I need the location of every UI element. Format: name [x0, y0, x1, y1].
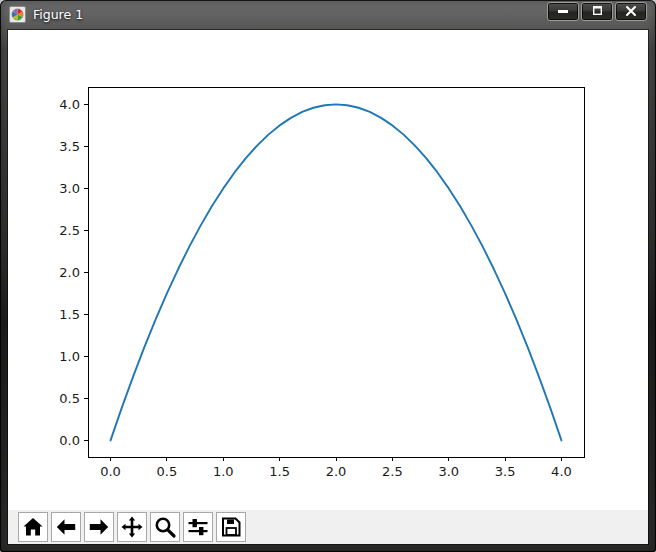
- x-tick-label: 0.5: [157, 464, 178, 479]
- client-area: 0.00.51.01.52.02.53.03.54.00.00.51.01.52…: [8, 30, 648, 544]
- save-icon: [219, 515, 243, 539]
- axes-frame: [88, 88, 584, 458]
- x-tick-label: 4.0: [551, 464, 572, 479]
- subplots-icon: [186, 515, 210, 539]
- navigation-toolbar: [8, 510, 648, 544]
- toolbar-home-button[interactable]: [18, 512, 48, 542]
- toolbar-forward-button[interactable]: [84, 512, 114, 542]
- toolbar-back-button[interactable]: [51, 512, 81, 542]
- y-tick-label: 0.5: [59, 391, 80, 406]
- pan-icon: [120, 515, 144, 539]
- y-tick-label: 3.0: [59, 181, 80, 196]
- x-tick-label: 2.5: [382, 464, 403, 479]
- toolbar-save-button[interactable]: [216, 512, 246, 542]
- maximize-button[interactable]: [581, 2, 613, 21]
- matplotlib-logo-icon: [9, 6, 26, 23]
- y-tick-label: 4.0: [59, 97, 80, 112]
- x-tick-label: 3.5: [495, 464, 516, 479]
- title-bar[interactable]: Figure 1: [0, 0, 656, 30]
- y-tick-label: 3.5: [59, 139, 80, 154]
- close-button[interactable]: [615, 2, 647, 21]
- y-tick-label: 1.0: [59, 349, 80, 364]
- zoom-icon: [153, 515, 177, 539]
- home-icon: [21, 515, 45, 539]
- maximize-icon: [591, 2, 604, 21]
- window-controls: [547, 2, 647, 21]
- x-tick-label: 0.0: [100, 464, 121, 479]
- y-tick-label: 2.0: [59, 265, 80, 280]
- figure-canvas[interactable]: 0.00.51.01.52.02.53.03.54.00.00.51.01.52…: [8, 30, 648, 510]
- x-tick-label: 2.0: [326, 464, 347, 479]
- x-tick-label: 3.0: [438, 464, 459, 479]
- back-icon: [54, 515, 78, 539]
- minimize-button[interactable]: [547, 2, 579, 21]
- x-tick-label: 1.0: [213, 464, 234, 479]
- y-tick-label: 2.5: [59, 223, 80, 238]
- figure-window: Figure 1 0.00.51.01.52.02.53.03.54.00.00…: [0, 0, 656, 552]
- forward-icon: [87, 515, 111, 539]
- y-tick-label: 1.5: [59, 307, 80, 322]
- toolbar-pan-button[interactable]: [117, 512, 147, 542]
- toolbar-subplots-button[interactable]: [183, 512, 213, 542]
- line-series: [111, 104, 562, 440]
- window-title: Figure 1: [33, 0, 83, 30]
- close-icon: [625, 2, 637, 21]
- x-tick-label: 1.5: [269, 464, 290, 479]
- toolbar-zoom-button[interactable]: [150, 512, 180, 542]
- minimize-icon: [557, 2, 569, 21]
- y-tick-label: 0.0: [59, 433, 80, 448]
